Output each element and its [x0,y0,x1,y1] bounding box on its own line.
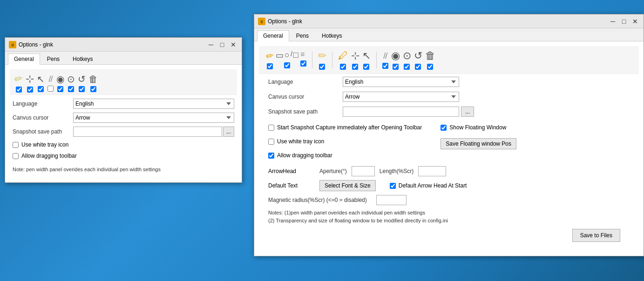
allow-dragging-checkbox[interactable] [13,153,19,159]
allow-dragging-row: Allow dragging toolbar [13,152,234,160]
large-tab-pens[interactable]: Pens [290,30,315,41]
lg-save-button[interactable]: Save to Files [572,229,620,242]
trash-checkbox[interactable] [90,86,96,92]
small-tab-general[interactable]: General [8,54,40,65]
lg-start-snapshot-label: Start Snapshot Capture immediately after… [277,124,422,131]
lg-square-icon: □ [293,50,298,60]
lg-camera2-checkbox[interactable] [404,64,410,70]
lines-checkbox[interactable] [47,86,54,92]
toolbar-separator-1 [312,52,312,68]
undo-icon: ↺ [78,74,86,85]
lg-arrowhead-row: ArrowHead Aperture(°) 15 Length(%Scr) 1.… [259,166,639,176]
lg-move2-checkbox[interactable] [352,64,358,70]
lg-canvas-cursor-select[interactable]: Arrow [343,92,459,102]
small-title-left: g Options - glnk [9,41,53,48]
lg-pen-checkbox[interactable] [267,63,273,69]
canvas-cursor-select[interactable]: Arrow [73,113,234,123]
lg-magnetic-input[interactable]: -1.3021 [376,195,407,205]
lg-show-floating-checkbox[interactable] [441,125,447,131]
lg-pen-icon: ✏ [264,49,275,62]
lg-lines2-checkbox[interactable] [300,60,306,67]
toolbar-separator-3 [376,52,377,68]
move-checkbox[interactable] [27,87,33,93]
lg-snapshot-path-row: Snapshot save path %USERPROFILE%/Picture… [268,107,630,117]
cursor-checkbox[interactable] [38,86,44,92]
large-maximize-button[interactable]: □ [619,17,629,26]
large-window-icon: g [258,18,265,25]
lg-use-tray-row: Use white tray icon [268,138,422,145]
toolbar-move-group: ⊹ [26,73,34,93]
lg-col-left: Start Snapshot Capture immediately after… [268,124,422,162]
snapshot-browse-button[interactable]: ... [223,127,234,137]
lg-start-snapshot-checkbox[interactable] [268,125,274,131]
lg-eye2-icon: ◉ [391,50,400,62]
toolbar-eraser-group: ✏ [14,73,23,93]
large-tabs: General Pens Hotkeys [254,28,644,41]
eye-checkbox[interactable] [57,86,63,92]
eraser-icon: ✏ [13,72,24,86]
lg-lines3-icon: // [383,51,387,61]
lg-paint-checkbox[interactable] [340,64,346,70]
lg-trash2-checkbox[interactable] [427,64,433,70]
small-window-controls: ─ □ ✕ [206,40,238,49]
lg-eraser-checkbox[interactable] [319,64,325,70]
camera-checkbox[interactable] [68,86,74,92]
undo-checkbox[interactable] [79,86,85,92]
snapshot-path-input[interactable]: %USERPROFILE%/Pictures/glnk/ [73,127,222,137]
lg-allow-dragging-checkbox[interactable] [268,153,274,159]
lg-lines2-group: ≡ [300,50,306,69]
toolbar-lines-group: // [47,74,54,92]
toolbar-separator-2 [332,52,332,68]
lg-use-tray-checkbox[interactable] [268,139,274,145]
lg-cursor2-checkbox[interactable] [363,64,369,70]
use-tray-checkbox[interactable] [13,142,19,148]
lg-undo2-icon: ↺ [414,50,422,62]
large-close-button[interactable]: ✕ [630,17,640,26]
lg-move2-icon: ⊹ [351,50,359,62]
lg-note-1: Notes: (1)pen width panel overides each … [268,209,630,217]
lg-language-select[interactable]: English [343,77,459,87]
large-window-controls: ─ □ ✕ [608,17,640,26]
eraser-checkbox[interactable] [16,87,22,93]
large-form: Language English Canvus cursor Arrow Sna… [259,74,639,124]
small-tab-hotkeys[interactable]: Hotkeys [67,54,99,64]
lg-camera2-icon: ⊙ [403,50,411,62]
small-minimize-button[interactable]: ─ [206,40,216,49]
lg-save-floating-button[interactable]: Save Floating window Pos [441,138,516,149]
lg-save-btn-container: Save to Files [259,229,639,251]
large-tab-general[interactable]: General [257,30,289,41]
small-close-button[interactable]: ✕ [229,40,238,49]
lg-eraser-group: ✏ [318,50,326,70]
small-maximize-button[interactable]: □ [217,40,227,49]
lg-lines3-checkbox[interactable] [382,63,388,69]
lg-snapshot-browse-button[interactable]: ... [461,107,474,117]
canvas-cursor-row: Canvus cursor Arrow [13,113,234,123]
lg-show-floating-row: Show Floating Window [441,124,516,131]
lg-snapshot-path-input[interactable]: %USERPROFILE%/Pictures/glnk/ [343,107,459,117]
lg-eye2-checkbox[interactable] [393,64,399,70]
lg-save-floating-row: Save Floating window Pos [441,138,516,149]
lg-paint-icon: 🖊 [338,50,348,62]
snapshot-path-row: Snapshot save path %USERPROFILE%/Picture… [13,127,234,137]
lg-magnetic-row: Magnetic radius(%Scr) (<=0 = disabled) -… [259,195,639,205]
lg-undo2-group: ↺ [414,50,422,70]
small-tab-pens[interactable]: Pens [41,54,66,64]
lg-length-input[interactable]: 1.8500 [418,166,446,176]
lg-start-snapshot-row: Start Snapshot Capture immediately after… [268,124,422,131]
camera-icon: ⊙ [67,74,75,85]
lg-slash-icon: / [291,50,292,60]
lg-shapes-checkbox[interactable] [284,62,290,68]
language-row: Language English [13,99,234,109]
use-tray-row: Use white tray icon [13,140,234,149]
lg-undo2-checkbox[interactable] [415,64,421,70]
lg-language-row: Language English [268,77,630,87]
large-minimize-button[interactable]: ─ [608,17,617,26]
lines-icon: // [48,74,52,84]
lg-aperture-input[interactable]: 15 [352,166,375,176]
lg-shapes-icons: ▭ ○ / □ [276,50,298,60]
lg-language-label: Language [268,79,343,85]
lg-default-arrow-checkbox[interactable] [390,183,396,189]
lg-select-font-button[interactable]: Select Font & Size [319,180,376,191]
large-tab-hotkeys[interactable]: Hotkeys [316,30,348,41]
language-select[interactable]: English [73,99,234,109]
